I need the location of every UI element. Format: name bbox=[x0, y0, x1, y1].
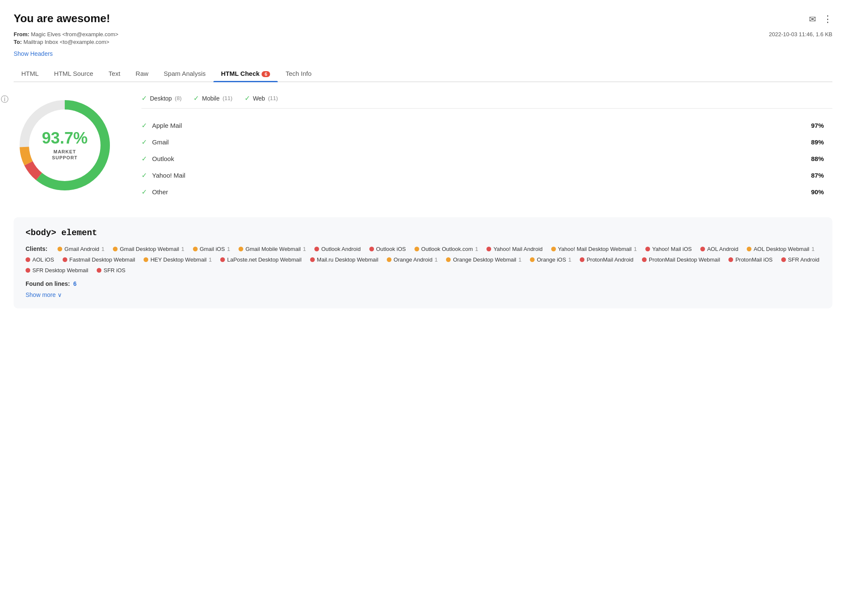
tab-html-check[interactable]: HTML Check6 bbox=[213, 66, 278, 81]
client-color-dot bbox=[642, 257, 647, 262]
list-item: ProtonMail Android bbox=[580, 256, 633, 263]
web-check-icon: ✓ bbox=[245, 94, 250, 102]
tab-html[interactable]: HTML bbox=[14, 66, 46, 81]
from-value: Magic Elves <from@example.com> bbox=[31, 31, 118, 37]
client-color-dot bbox=[310, 257, 315, 262]
gmail-check: ✓ bbox=[141, 138, 147, 146]
client-color-dot bbox=[446, 257, 451, 262]
client-color-dot bbox=[387, 257, 391, 262]
yahoo-name: Yahoo! Mail bbox=[152, 172, 806, 179]
email-meta-right: 2022-10-03 11:46, 1.6 KB bbox=[769, 31, 832, 37]
filter-web-count: (11) bbox=[268, 95, 278, 101]
list-item: ProtonMail Desktop Webmail bbox=[642, 256, 720, 263]
filter-mobile-count: (11) bbox=[223, 95, 233, 101]
email-meta: From: Magic Elves <from@example.com> To:… bbox=[14, 31, 832, 46]
client-color-dot bbox=[220, 257, 225, 262]
list-item: Outlook iOS bbox=[369, 246, 406, 252]
from-line: From: Magic Elves <from@example.com> bbox=[14, 31, 118, 37]
main-content: ⓘ 93.7% MARKET SUPPORT bbox=[14, 94, 832, 200]
list-item: Yahoo! Mail iOS bbox=[645, 246, 692, 252]
show-more-link[interactable]: Show more ∨ bbox=[26, 291, 62, 298]
filter-desktop[interactable]: ✓ Desktop (8) bbox=[141, 94, 181, 102]
filter-web[interactable]: ✓ Web (11) bbox=[245, 94, 278, 102]
stats-table: ✓ Apple Mail 97% ✓ Gmail 89% ✓ Outlook 8… bbox=[141, 117, 832, 200]
client-color-dot bbox=[314, 247, 319, 251]
client-color-dot bbox=[113, 247, 118, 251]
filter-mobile[interactable]: ✓ Mobile (11) bbox=[193, 94, 232, 102]
list-item: Gmail Mobile Webmail1 bbox=[239, 246, 306, 252]
html-check-badge: 6 bbox=[262, 71, 270, 77]
client-color-dot bbox=[63, 257, 67, 262]
client-color-dot bbox=[747, 247, 751, 251]
gmail-name: Gmail bbox=[152, 138, 806, 146]
filter-desktop-count: (8) bbox=[175, 95, 181, 101]
client-color-dot bbox=[193, 247, 198, 251]
list-item: Yahoo! Mail Desktop Webmail1 bbox=[551, 246, 637, 252]
yahoo-check: ✓ bbox=[141, 171, 147, 179]
tab-html-source[interactable]: HTML Source bbox=[46, 66, 101, 81]
client-color-dot bbox=[58, 247, 62, 251]
client-color-dot bbox=[700, 247, 705, 251]
tab-tech-info[interactable]: Tech Info bbox=[278, 66, 319, 81]
outlook-pct: 88% bbox=[811, 155, 832, 162]
show-headers-link[interactable]: Show Headers bbox=[14, 50, 53, 57]
outlook-check: ✓ bbox=[141, 155, 147, 163]
other-check: ✓ bbox=[141, 188, 147, 196]
list-item: AOL iOS bbox=[26, 256, 54, 263]
stats-row-apple-mail: ✓ Apple Mail 97% bbox=[141, 117, 832, 134]
list-item: AOL Android bbox=[700, 246, 738, 252]
header-actions: ✉ ⋮ bbox=[809, 14, 832, 25]
gmail-pct: 89% bbox=[811, 138, 832, 146]
found-lines-row: Found on lines: 6 bbox=[26, 280, 820, 287]
stats-row-outlook: ✓ Outlook 88% bbox=[141, 150, 832, 167]
client-color-dot bbox=[781, 257, 786, 262]
from-label: From: bbox=[14, 31, 29, 37]
list-item: Outlook Android bbox=[314, 246, 361, 252]
chart-label: MARKET SUPPORT bbox=[42, 149, 88, 161]
envelope-icon[interactable]: ✉ bbox=[809, 14, 816, 24]
list-item: HEY Desktop Webmail1 bbox=[144, 256, 212, 263]
list-item: ProtonMail iOS bbox=[728, 256, 772, 263]
stats-row-yahoo: ✓ Yahoo! Mail 87% bbox=[141, 167, 832, 184]
email-meta-left: From: Magic Elves <from@example.com> To:… bbox=[14, 31, 118, 46]
list-item: Mail.ru Desktop Webmail bbox=[310, 256, 378, 263]
tab-spam-analysis[interactable]: Spam Analysis bbox=[156, 66, 213, 81]
chevron-down-icon: ∨ bbox=[58, 291, 62, 298]
stats-row-other: ✓ Other 90% bbox=[141, 184, 832, 200]
yahoo-pct: 87% bbox=[811, 172, 832, 179]
info-icon[interactable]: ⓘ bbox=[1, 94, 9, 104]
list-item: Orange Desktop Webmail1 bbox=[446, 256, 521, 263]
to-value: Mailtrap Inbox <to@example.com> bbox=[23, 39, 109, 45]
body-element-section: <body> element Clients: Gmail Android1Gm… bbox=[14, 217, 832, 308]
other-name: Other bbox=[152, 188, 806, 196]
chart-percent: 93.7% bbox=[42, 130, 88, 146]
ellipsis-icon[interactable]: ⋮ bbox=[823, 14, 832, 25]
client-color-dot bbox=[580, 257, 584, 262]
client-color-dot bbox=[728, 257, 733, 262]
list-item: AOL Desktop Webmail1 bbox=[747, 246, 814, 252]
list-item: SFR iOS bbox=[97, 267, 125, 273]
filter-web-label: Web bbox=[253, 95, 265, 102]
client-color-dot bbox=[530, 257, 535, 262]
clients-row: Clients: Gmail Android1Gmail Desktop Web… bbox=[26, 245, 820, 273]
stats-area: ✓ Desktop (8) ✓ Mobile (11) ✓ Web (11) ✓… bbox=[141, 94, 832, 200]
outlook-name: Outlook bbox=[152, 155, 806, 162]
body-element-title: <body> element bbox=[26, 227, 820, 238]
client-color-dot bbox=[97, 268, 101, 273]
client-color-dot bbox=[239, 247, 243, 251]
tab-text[interactable]: Text bbox=[101, 66, 128, 81]
email-title: You are awesome! bbox=[14, 12, 110, 25]
list-item: Yahoo! Mail Android bbox=[486, 246, 542, 252]
mobile-check-icon: ✓ bbox=[193, 94, 199, 102]
to-line: To: Mailtrap Inbox <to@example.com> bbox=[14, 39, 118, 45]
stats-row-gmail: ✓ Gmail 89% bbox=[141, 134, 832, 150]
client-color-dot bbox=[551, 247, 556, 251]
client-color-dot bbox=[26, 257, 30, 262]
list-item: SFR Desktop Webmail bbox=[26, 267, 88, 273]
email-header: You are awesome! ✉ ⋮ bbox=[14, 12, 832, 25]
tabs-row: HTML HTML Source Text Raw Spam Analysis … bbox=[14, 66, 832, 82]
client-color-dot bbox=[369, 247, 374, 251]
list-item: Orange iOS1 bbox=[530, 256, 571, 263]
tab-raw[interactable]: Raw bbox=[128, 66, 156, 81]
client-color-dot bbox=[645, 247, 650, 251]
